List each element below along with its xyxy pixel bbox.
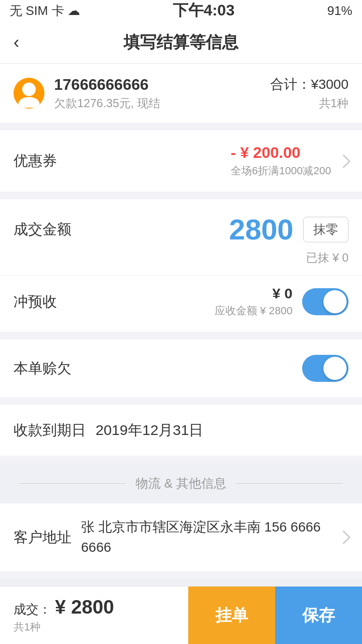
coupon-detail: 全场6折满1000减200 [231,164,331,178]
bottom-info: 成交： ¥ 2800 共1种 [0,596,188,634]
customer-total: 合计：¥3000 共1种 [270,75,348,111]
customer-sub: 欠款1276.35元, 现结 [54,96,160,111]
coupon-card: 优惠券 - ¥ 200.00 全场6折满1000减200 [0,130,362,192]
page-title: 填写结算等信息 [124,31,238,54]
customer-card: 17666666666 欠款1276.35元, 现结 合计：¥3000 共1种 [0,64,362,123]
amount-value: 2800 [229,213,293,246]
svg-point-1 [18,97,40,108]
bottom-label: 成交： [14,601,51,618]
divider-line-left [19,483,126,484]
duedate-value: 2019年12月31日 [96,420,203,440]
debt-toggle[interactable] [302,355,348,382]
bottom-total: ¥ 2800 [55,596,114,618]
prepay-label: 冲预收 [14,292,57,312]
prepay-sub: 应收金额 ¥ 2800 [215,304,292,318]
customer-count: 共1种 [270,96,348,111]
amount-label: 成交金额 [14,220,71,239]
duedate-label: 收款到期日 [14,420,86,440]
main-content: 17666666666 欠款1276.35元, 现结 合计：¥3000 共1种 … [0,64,362,644]
coupon-row[interactable]: 优惠券 - ¥ 200.00 全场6折满1000减200 [0,130,362,192]
total-label: 合计： [270,77,311,92]
customer-phone: 17666666666 [54,76,160,94]
amount-right: 2800 抹零 [229,213,348,246]
prepay-amount: ¥ 0 [215,285,292,302]
status-right: 91% [327,3,352,18]
sim-signal: 无 SIM 卡 ☁ [10,2,80,19]
debt-row: 本单赊欠 [0,339,362,397]
total-label-value: 合计：¥3000 [270,75,348,94]
amount-sub: 已抹 ¥ 0 [0,250,362,275]
coupon-right: - ¥ 200.00 全场6折满1000减200 [231,144,348,178]
status-time: 下午4:03 [173,0,235,21]
prepay-right: ¥ 0 应收金额 ¥ 2800 [215,285,348,318]
back-button[interactable]: ‹ [14,32,19,53]
total-value: ¥3000 [311,77,348,92]
debt-label: 本单赊欠 [14,359,71,378]
round-off-button[interactable]: 抹零 [303,217,348,242]
address-chevron-icon [337,531,350,544]
section-divider: 物流 & 其他信息 [0,463,362,504]
svg-point-0 [22,83,36,96]
avatar [14,78,44,109]
save-button[interactable]: 保存 [275,587,362,644]
address-row[interactable]: 客户地址 张 北京市市辖区海淀区永丰南 156 6666 6666 [0,504,362,571]
coupon-discount: - ¥ 200.00 [231,144,331,162]
prepay-toggle[interactable] [302,288,348,315]
chevron-right-icon [337,154,350,168]
bottom-bar: 成交： ¥ 2800 共1种 挂单 保存 [0,586,362,644]
amount-row: 成交金额 2800 抹零 [0,199,362,250]
duedate-row: 收款到期日 2019年12月31日 [0,405,362,456]
battery-icon: 91% [327,3,352,18]
nav-bar: ‹ 填写结算等信息 [0,21,362,64]
bottom-count: 共1种 [14,620,175,634]
divider-line-right [236,483,343,484]
prepay-row: 冲预收 ¥ 0 应收金额 ¥ 2800 [0,275,362,332]
status-left: 无 SIM 卡 ☁ [10,2,80,19]
status-bar: 无 SIM 卡 ☁ 下午4:03 91% [0,0,362,21]
section-divider-text: 物流 & 其他信息 [136,475,226,492]
pending-button[interactable]: 挂单 [188,587,275,644]
address-label: 客户地址 [14,528,71,547]
customer-info: 17666666666 欠款1276.35元, 现结 [54,76,160,111]
amount-section: 成交金额 2800 抹零 已抹 ¥ 0 冲预收 ¥ 0 应收金额 ¥ 2800 [0,199,362,332]
coupon-label: 优惠券 [14,151,57,171]
address-value: 张 北京市市辖区海淀区永丰南 156 6666 6666 [81,517,335,558]
customer-row: 17666666666 欠款1276.35元, 现结 合计：¥3000 共1种 [0,64,362,123]
